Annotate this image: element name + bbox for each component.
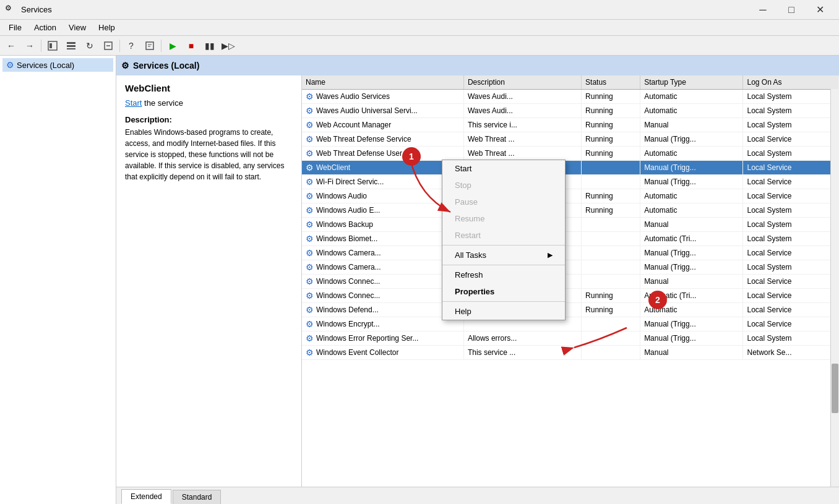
- cell-name: ⚙Windows Audio: [302, 189, 463, 203]
- service-name-cell: Windows Error Reporting Ser...: [316, 334, 418, 343]
- cell-desc: Waves Audi...: [463, 104, 581, 118]
- svg-rect-1: [49, 43, 52, 48]
- service-name-cell: Windows Encrypt...: [316, 320, 380, 328]
- bottom-tabs: Extended Standard: [116, 487, 839, 504]
- show-hide-console-button[interactable]: [44, 38, 61, 54]
- ctx-refresh[interactable]: Refresh: [442, 267, 565, 283]
- services-table: Name Description Status Startup Type Log…: [302, 75, 839, 360]
- table-row[interactable]: ⚙Windows AudioRunningAutomaticLocal Serv…: [302, 189, 839, 203]
- service-icon: ⚙: [306, 92, 314, 101]
- ctx-all-tasks[interactable]: All Tasks ▶: [442, 247, 565, 263]
- cell-startup: Manual (Trigg...: [640, 132, 743, 147]
- table-row[interactable]: ⚙Waves Audio ServicesWaves Audi...Runnin…: [302, 90, 839, 104]
- ctx-start[interactable]: Start: [442, 160, 565, 177]
- table-row[interactable]: ⚙Windows Event CollectorThis service ...…: [302, 346, 839, 360]
- service-name-cell: Web Threat Defense User Se...: [316, 149, 420, 158]
- service-name-cell: Windows Connec...: [316, 277, 380, 286]
- tab-standard[interactable]: Standard: [173, 490, 222, 504]
- menu-file[interactable]: File: [2, 22, 28, 33]
- table-row[interactable]: ⚙Windows Camera...Manual (Trigg...Local …: [302, 246, 839, 260]
- ctx-properties[interactable]: Properties: [442, 283, 565, 300]
- stop-button[interactable]: ■: [183, 38, 200, 54]
- cell-logon: Network Se...: [743, 346, 839, 360]
- cell-status: Running: [582, 104, 640, 118]
- col-header-logon[interactable]: Log On As: [743, 75, 839, 90]
- cell-name: ⚙Windows Camera...: [302, 260, 463, 275]
- desc-label: Description:: [125, 115, 293, 124]
- scrollbar-track[interactable]: [830, 75, 839, 487]
- help-toolbar-button[interactable]: ?: [123, 38, 140, 54]
- col-header-desc[interactable]: Description: [463, 75, 581, 90]
- scrollbar-thumb[interactable]: [832, 364, 838, 413]
- table-row[interactable]: ⚙Windows Audio E...RunningAutomaticLocal…: [302, 203, 839, 218]
- ctx-stop[interactable]: Stop: [442, 177, 565, 194]
- refresh-button[interactable]: ↻: [81, 38, 98, 54]
- list-view-button[interactable]: [62, 38, 80, 54]
- table-row[interactable]: ⚙Windows Biomet...Automatic (Tri...Local…: [302, 232, 839, 246]
- col-header-status[interactable]: Status: [582, 75, 640, 90]
- cell-status: [582, 317, 640, 331]
- cell-status: Running: [582, 303, 640, 317]
- cell-logon: Local System: [743, 90, 839, 104]
- col-header-startup[interactable]: Startup Type: [640, 75, 743, 90]
- cell-status: [582, 175, 640, 189]
- table-row[interactable]: ⚙Windows Encrypt...Manual (Trigg...Local…: [302, 317, 839, 331]
- table-row[interactable]: ⚙Web Threat Defense User Se...Web Threat…: [302, 147, 839, 161]
- properties-toolbar-button[interactable]: [141, 38, 158, 54]
- minimize-button[interactable]: ─: [749, 0, 777, 20]
- content-area: ⚙ Services (Local) WebClient Start the s…: [116, 56, 839, 504]
- ctx-restart[interactable]: Restart: [442, 227, 565, 244]
- forward-button[interactable]: →: [21, 38, 38, 54]
- menu-action[interactable]: Action: [28, 22, 62, 33]
- cell-status: [582, 331, 640, 346]
- cell-name: ⚙Waves Audio Universal Servi...: [302, 104, 463, 118]
- cell-name: ⚙Windows Camera...: [302, 246, 463, 260]
- service-name-cell: Windows Connec...: [316, 291, 380, 300]
- service-name-cell: Windows Event Collector: [316, 348, 398, 357]
- table-row[interactable]: ⚙WebClientManual (Trigg...Local Service: [302, 161, 839, 175]
- table-row[interactable]: ⚙Windows Connec...RunningAutomatic (Tri.…: [302, 289, 839, 303]
- cell-startup: Manual: [640, 346, 743, 360]
- ctx-help[interactable]: Help: [442, 303, 565, 320]
- cell-desc: Web Threat ...: [463, 147, 581, 161]
- table-row[interactable]: ⚙Windows BackupManualLocal System: [302, 218, 839, 232]
- table-row[interactable]: ⚙Waves Audio Universal Servi...Waves Aud…: [302, 104, 839, 118]
- table-area[interactable]: Name Description Status Startup Type Log…: [302, 75, 839, 487]
- play-button[interactable]: ▶: [164, 38, 181, 54]
- table-row[interactable]: ⚙Web Account ManagerThis service i...Run…: [302, 118, 839, 132]
- menu-view[interactable]: View: [62, 22, 92, 33]
- export-button[interactable]: [100, 38, 117, 54]
- back-button[interactable]: ←: [2, 38, 20, 54]
- step-button[interactable]: ▶▷: [220, 38, 237, 54]
- table-header-row: Name Description Status Startup Type Log…: [302, 75, 839, 90]
- table-row[interactable]: ⚙Wi-Fi Direct Servic...Manual (Trigg...L…: [302, 175, 839, 189]
- ctx-pause[interactable]: Pause: [442, 194, 565, 210]
- ctx-resume[interactable]: Resume: [442, 210, 565, 227]
- sidebar-services-icon: ⚙: [6, 60, 14, 70]
- toolbar: ← → ↻ ? ▶ ■ ▮▮ ▶▷: [0, 36, 839, 56]
- service-name-cell: Web Threat Defense Service: [316, 135, 411, 143]
- maximize-button[interactable]: □: [777, 0, 806, 20]
- table-row[interactable]: ⚙Windows Defend...RunningAutomaticLocal …: [302, 303, 839, 317]
- sidebar-item-services[interactable]: ⚙ Services (Local): [2, 58, 113, 72]
- cell-startup: Automatic: [640, 203, 743, 218]
- svg-rect-3: [67, 45, 75, 47]
- cell-startup: Manual: [640, 218, 743, 232]
- table-row[interactable]: ⚙Windows Connec...ManualLocal Service: [302, 275, 839, 289]
- col-header-name[interactable]: Name: [302, 75, 463, 90]
- cell-startup: Manual (Trigg...: [640, 260, 743, 275]
- menu-help[interactable]: Help: [92, 22, 121, 33]
- start-link[interactable]: Start: [125, 98, 142, 108]
- cell-status: Running: [582, 203, 640, 218]
- table-row[interactable]: ⚙Windows Error Reporting Ser...Allows er…: [302, 331, 839, 346]
- sidebar-item-label: Services (Local): [17, 61, 74, 70]
- close-button[interactable]: ✕: [806, 0, 834, 20]
- service-icon: ⚙: [306, 333, 314, 343]
- table-row[interactable]: ⚙Web Threat Defense ServiceWeb Threat ..…: [302, 132, 839, 147]
- cell-name: ⚙Web Account Manager: [302, 118, 463, 132]
- window-controls: ─ □ ✕: [749, 0, 834, 20]
- tab-extended[interactable]: Extended: [121, 489, 171, 504]
- ctx-sep-3: [442, 301, 565, 302]
- table-row[interactable]: ⚙Windows Camera...Manual (Trigg...Local …: [302, 260, 839, 275]
- pause-button[interactable]: ▮▮: [201, 38, 218, 54]
